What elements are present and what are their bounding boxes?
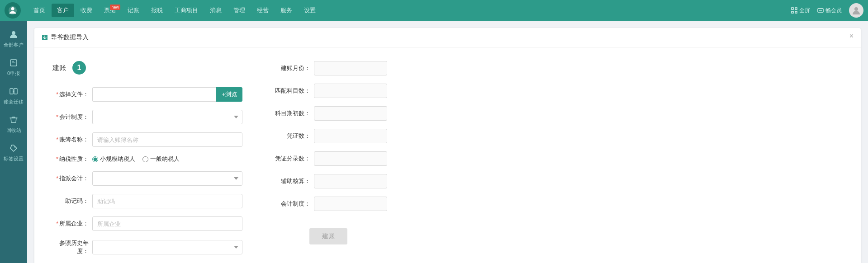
svg-point-11 (14, 146, 16, 148)
app-logo[interactable] (5, 2, 21, 19)
tax-type-row: 纳税性质： 小规模纳税人 一般纳税人 (52, 155, 242, 163)
svg-point-7 (12, 31, 15, 35)
svg-point-6 (854, 7, 858, 11)
history-year-label: 参照历史年度： (52, 239, 89, 255)
tax-general-label: 一般纳税人 (150, 155, 180, 163)
sidebar-item-all-customers[interactable]: 全部客户 (0, 25, 27, 52)
accounting-system-row: 会计制度： (52, 110, 242, 124)
nav-item-business[interactable]: 工商项目 (169, 4, 204, 17)
main-layout: 全部客户 0申报 账套迁移 (0, 21, 868, 263)
step-circle: 1 (72, 61, 86, 75)
svg-rect-10 (14, 89, 17, 94)
svg-rect-1 (792, 8, 793, 9)
nav-item-home[interactable]: 首页 (28, 4, 51, 17)
right-accounting-system-row: 会计制度： (270, 197, 387, 211)
member-label: 畅会员 (825, 7, 842, 14)
trash-icon (8, 114, 19, 125)
initial-balance-row: 科目期初数： (270, 106, 387, 121)
nav-item-management[interactable]: 管理 (228, 4, 251, 17)
aux-accounting-value (314, 174, 387, 188)
nav-item-accounts[interactable]: 记账 (122, 4, 145, 17)
nav-item-invoices[interactable]: 票据 new (99, 4, 121, 17)
sidebar-item-declare[interactable]: 0申报 (0, 54, 27, 80)
vouchers-label: 凭证数： (270, 132, 310, 140)
sidebar-item-trash[interactable]: 回收站 (0, 111, 27, 137)
dialog-close-button[interactable]: × (849, 33, 854, 40)
accounting-system-select[interactable] (92, 110, 242, 124)
assign-accountant-select[interactable] (92, 171, 242, 186)
nav-item-services[interactable]: 服务 (275, 4, 298, 17)
vouchers-row: 凭证数： (270, 129, 387, 143)
nav-item-messages[interactable]: 消息 (204, 4, 227, 17)
tax-type-radio-group: 小规模纳税人 一般纳税人 (92, 155, 180, 163)
migrate-icon (8, 86, 19, 97)
sidebar-label-tag: 标签设置 (4, 155, 24, 162)
ledger-name-row: 账簿名称： (52, 132, 242, 147)
assign-accountant-label: 指派会计： (52, 174, 89, 183)
match-subjects-value (314, 84, 387, 98)
voucher-entries-value (314, 151, 387, 166)
initial-balance-value (314, 106, 387, 121)
form-step-header: 建账 1 (52, 61, 242, 75)
memo-label: 助记码： (52, 197, 89, 205)
select-file-label: 选择文件： (52, 90, 89, 99)
sidebar-label-migrate: 账套迁移 (4, 99, 24, 105)
match-subjects-row: 匹配科目数： (270, 84, 387, 98)
step-label: 建账 (52, 64, 66, 72)
select-file-row: 选择文件： +浏览 (52, 87, 242, 102)
sidebar-label-all-customers: 全部客户 (4, 42, 24, 48)
svg-rect-3 (792, 11, 793, 13)
user-avatar[interactable] (849, 3, 863, 18)
create-account-button[interactable]: 建账 (309, 228, 347, 244)
tax-type-small-radio[interactable]: 小规模纳税人 (92, 155, 135, 163)
file-input-group: +浏览 (92, 87, 242, 102)
tax-general-input[interactable] (142, 156, 148, 162)
sidebar-item-tag[interactable]: 标签设置 (0, 139, 27, 166)
nav-right-actions: 全屏 畅会员 (791, 3, 863, 18)
history-year-row: 参照历史年度： (52, 239, 242, 255)
sidebar: 全部客户 0申报 账套迁移 (0, 21, 27, 263)
nav-item-customers[interactable]: 客户 (52, 4, 74, 17)
file-text-input[interactable] (92, 87, 216, 102)
nav-item-operations[interactable]: 经营 (251, 4, 274, 17)
form-left: 建账 1 选择文件： +浏览 会计制度： (52, 61, 242, 255)
new-badge: new (110, 5, 120, 10)
company-label: 所属企业： (52, 220, 89, 228)
vouchers-value (314, 129, 387, 143)
import-icon (42, 34, 48, 41)
browse-button[interactable]: +浏览 (216, 87, 242, 102)
tag-icon (8, 143, 19, 154)
nav-item-tax[interactable]: 报税 (146, 4, 168, 17)
history-year-select[interactable] (92, 240, 242, 254)
tax-small-label: 小规模纳税人 (100, 155, 135, 163)
fullscreen-label: 全屏 (799, 7, 810, 14)
svg-rect-2 (795, 8, 797, 9)
nav-menu: 首页 客户 收费 票据 new 记账 报税 工商项目 消息 管理 经营 服务 设… (28, 4, 791, 17)
nav-item-billing[interactable]: 收费 (75, 4, 98, 17)
initial-balance-label: 科目期初数： (270, 109, 310, 117)
month-row: 建账月份： (270, 61, 387, 75)
memo-input[interactable] (92, 194, 242, 208)
ledger-name-input[interactable] (92, 132, 242, 147)
voucher-entries-label: 凭证分录数： (270, 155, 310, 163)
svg-rect-9 (10, 89, 13, 94)
dialog-card: 导爷数据导入 × 建账 1 选择文件： +浏览 (34, 28, 861, 263)
company-input[interactable] (92, 216, 242, 231)
accounting-system-label: 会计制度： (52, 113, 89, 121)
sidebar-item-migrate[interactable]: 账套迁移 (0, 82, 27, 109)
declare-icon (8, 57, 19, 68)
aux-accounting-label: 辅助核算： (270, 177, 310, 185)
fullscreen-button[interactable]: 全屏 (791, 7, 810, 14)
aux-accounting-row: 辅助核算： (270, 174, 387, 188)
tax-small-input[interactable] (92, 156, 98, 162)
dialog-body: 建账 1 选择文件： +浏览 会计制度： (34, 47, 861, 263)
nav-item-settings[interactable]: 设置 (299, 4, 321, 17)
month-label: 建账月份： (270, 64, 310, 72)
main-content: 导爷数据导入 × 建账 1 选择文件： +浏览 (27, 21, 868, 263)
tax-type-label: 纳税性质： (52, 155, 89, 163)
ledger-name-label: 账簿名称： (52, 136, 89, 144)
member-button[interactable]: 畅会员 (817, 7, 842, 14)
memo-row: 助记码： (52, 194, 242, 208)
form-right: 建账月份： 匹配科目数： 科目期初数： 凭证数： (270, 61, 387, 255)
tax-type-general-radio[interactable]: 一般纳税人 (142, 155, 180, 163)
